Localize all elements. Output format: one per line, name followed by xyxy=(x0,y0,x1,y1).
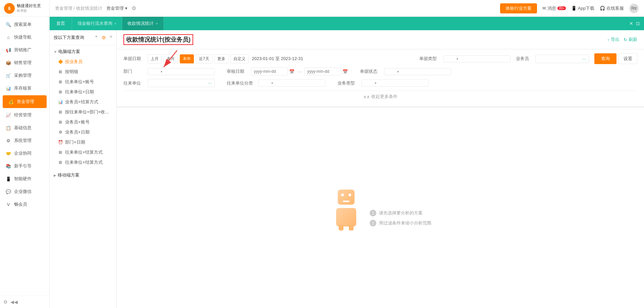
workspace-dropdown[interactable]: 资金管理 ▾ xyxy=(106,5,127,11)
department-label: 部门 xyxy=(123,68,142,74)
sidebar-item-label: 采购管理 xyxy=(14,72,32,79)
more-date-btn[interactable]: 更多 xyxy=(214,54,228,63)
scheme-item-partner-settlement2[interactable]: ⊞ 往来单位+结算方式 xyxy=(50,157,116,167)
tab-home[interactable]: 首页 xyxy=(50,17,72,30)
tab-bank-flow-close[interactable]: × xyxy=(114,21,116,25)
clock-icon: ⏰ xyxy=(58,140,63,145)
scheme-item-partner-date[interactable]: ⊞ 往来单位+日期 xyxy=(50,87,116,97)
sidebar-item-corp-collab[interactable]: 🤝 企业协同 xyxy=(0,147,49,160)
sidebar-item-guide[interactable]: 📚 新手引导 xyxy=(0,160,49,172)
sidebar-item-search[interactable]: 🔍 搜索菜单 xyxy=(0,18,49,31)
message-btn[interactable]: ✉ 消息 99+ xyxy=(542,5,566,11)
last-month-btn[interactable]: 上月 xyxy=(148,54,162,63)
member-icon: V xyxy=(5,201,11,207)
refresh-label: 刷新 xyxy=(629,37,637,43)
scheme-item-partner-settlement1[interactable]: ⊞ 往来单位+结算方式 xyxy=(50,147,116,157)
scheme-item-salesperson-date[interactable]: ⚙ 业务员+日期 xyxy=(50,127,116,137)
scheme-item-salesperson-settlement[interactable]: 📊 业务员+结算方式 xyxy=(50,97,116,107)
scheme-group-mobile-title[interactable]: ▶ 移动端方案 xyxy=(50,170,116,180)
top-header: 资金管理 / 收款情况统计 资金管理 ▾ ⚙ 体验行业方案 ✉ 消息 99+ 📱… xyxy=(50,0,644,17)
calendar2-icon[interactable]: 📅 xyxy=(342,69,348,74)
sidebar-item-smart-hw[interactable]: 📱 智能硬件 xyxy=(0,172,49,185)
review-date-start-input[interactable] xyxy=(251,67,288,75)
scheme-item-label: 往来单位+账号 xyxy=(65,79,94,85)
sidebar-item-sales[interactable]: 📦 销售管理 xyxy=(0,56,49,69)
app-download-btn[interactable]: 📱 App下载 xyxy=(571,5,594,11)
salesperson-field[interactable]: ··· xyxy=(535,55,589,63)
tab-bank-flow-label: 现金银行流水查询 xyxy=(77,20,112,27)
robot-mouth xyxy=(343,201,350,202)
scheme-item-partner-account[interactable]: ⊞ 往来单位+账号 xyxy=(50,77,116,87)
scheme-collapse-btn[interactable]: « xyxy=(110,34,112,42)
sidebar-collapse-btn[interactable]: ◀◀ xyxy=(10,299,18,305)
query-btn[interactable]: 查询 xyxy=(594,53,616,64)
tab-expand-btn[interactable]: ⊡ xyxy=(636,21,640,26)
logo-text-block: 畅捷通好生意 标准版 xyxy=(17,3,41,13)
tab-close-all-btn[interactable]: ✕ xyxy=(629,21,633,26)
business-type-dropdown[interactable]: ▾ xyxy=(362,80,429,87)
scheme-item-salesperson-account[interactable]: ⊞ 业务员+账号 xyxy=(50,117,116,127)
tab-receipt-stats-close[interactable]: × xyxy=(156,21,158,25)
scheme-add-btn[interactable]: + xyxy=(95,34,98,42)
this-year-btn[interactable]: 本年 xyxy=(180,54,194,63)
export-btn[interactable]: ↑ 导出 xyxy=(607,37,620,43)
app-name: 畅捷通好生意 xyxy=(17,3,41,9)
more-options-icon: ··· xyxy=(582,56,586,61)
scheme-gear-btn[interactable]: ⚙ xyxy=(100,34,108,42)
sidebar-item-finance[interactable]: 💰 资金管理 xyxy=(3,95,47,108)
sidebar-item-label: 新手引导 xyxy=(14,163,32,169)
sidebar-settings-btn[interactable]: ⚙ xyxy=(3,299,8,305)
step1-num: 1 xyxy=(370,210,376,216)
export-icon: ↑ xyxy=(607,37,610,42)
header-left: 资金管理 / 收款情况统计 资金管理 ▾ ⚙ xyxy=(55,5,136,11)
recent7-btn[interactable]: 近7天 xyxy=(196,54,212,63)
online-service-label: 在线客服 xyxy=(606,5,624,11)
scheme-group-desktop-title[interactable]: ▼ 电脑端方案 xyxy=(50,47,116,57)
empty-illustration: 1 请先选择要分析的方案 2 用过滤条件来缩小分析范围 xyxy=(329,190,431,226)
sidebar-item-purchase[interactable]: 🛒 采购管理 xyxy=(0,69,49,82)
gear-settings-btn[interactable]: ⚙ xyxy=(131,5,136,11)
partner-category-dropdown[interactable]: ▾ xyxy=(258,80,325,87)
user-avatar[interactable]: Rit xyxy=(629,4,639,13)
grid-icon: ⊞ xyxy=(58,69,63,74)
message-icon: ✉ xyxy=(542,6,546,11)
collapse-bar[interactable]: ∧∧ 收起更多条件 xyxy=(123,91,637,102)
sidebar-item-operation[interactable]: 📈 经营管理 xyxy=(0,109,49,121)
sidebar-item-system[interactable]: ⚙ 系统管理 xyxy=(0,134,49,147)
voucher-type-dropdown[interactable]: ▾ xyxy=(443,55,511,62)
custom-date-btn[interactable]: 自定义 xyxy=(230,54,249,63)
scheme-item-label: 业务员+结算方式 xyxy=(65,99,98,105)
partner-field[interactable]: ··· xyxy=(148,79,215,87)
calendar1-icon[interactable]: 📅 xyxy=(289,69,294,74)
review-date-end-input[interactable] xyxy=(304,67,341,75)
scheme-item-label: 按业务员 xyxy=(65,59,83,65)
tab-receipt-stats[interactable]: 收款情况统计 × xyxy=(122,17,163,30)
scheme-item-label: 往来单位+结算方式 xyxy=(65,149,103,155)
scheme-header: 按以下方案查询 + ⚙ « xyxy=(50,30,116,45)
refresh-btn[interactable]: ↻ 刷新 xyxy=(624,37,637,43)
sidebar-item-inventory[interactable]: 📊 库存核算 xyxy=(0,82,49,95)
scheme-item-partner-dept-recv[interactable]: ⊞ 按往来单位+部门+收... xyxy=(50,107,116,117)
sidebar-item-marketing[interactable]: 📢 营销推广 xyxy=(0,44,49,56)
cart-icon: 🛒 xyxy=(5,72,11,79)
filter-settings-btn[interactable]: 设置 xyxy=(619,53,637,64)
online-service-btn[interactable]: 🎧 在线客服 xyxy=(600,5,624,11)
logo-icon: 6 xyxy=(4,3,15,14)
voucher-status-dropdown[interactable]: ▾ xyxy=(384,68,451,75)
sidebar-item-quick-nav[interactable]: ⌂ 快捷导航 xyxy=(0,31,49,44)
department-dropdown[interactable]: ▾ xyxy=(148,68,215,75)
status-dropdown-arrow-icon: ▾ xyxy=(397,70,399,73)
trial-btn[interactable]: 体验行业方案 xyxy=(500,3,537,13)
scheme-item-by-salesperson[interactable]: 🔶 按业务员 xyxy=(50,57,116,67)
sidebar-item-basic-info[interactable]: 📋 基础信息 xyxy=(0,121,49,134)
info-icon: 📋 xyxy=(5,125,11,131)
expand-arrow-icon: ▼ xyxy=(54,50,57,54)
biz-dropdown-arrow-icon: ▾ xyxy=(375,81,376,85)
this-month-btn[interactable]: 本月 xyxy=(164,54,178,63)
sidebar-item-wechat[interactable]: 💬 企业微信 xyxy=(0,185,49,198)
collapse-up-icon: ∧∧ xyxy=(363,94,370,99)
sidebar-item-member[interactable]: V 畅会员 xyxy=(0,198,49,211)
scheme-item-by-detail[interactable]: ⊞ 按明细 xyxy=(50,67,116,77)
tab-bank-flow[interactable]: 现金银行流水查询 × xyxy=(72,17,122,30)
scheme-item-dept-date[interactable]: ⏰ 部门+日期 xyxy=(50,137,116,147)
